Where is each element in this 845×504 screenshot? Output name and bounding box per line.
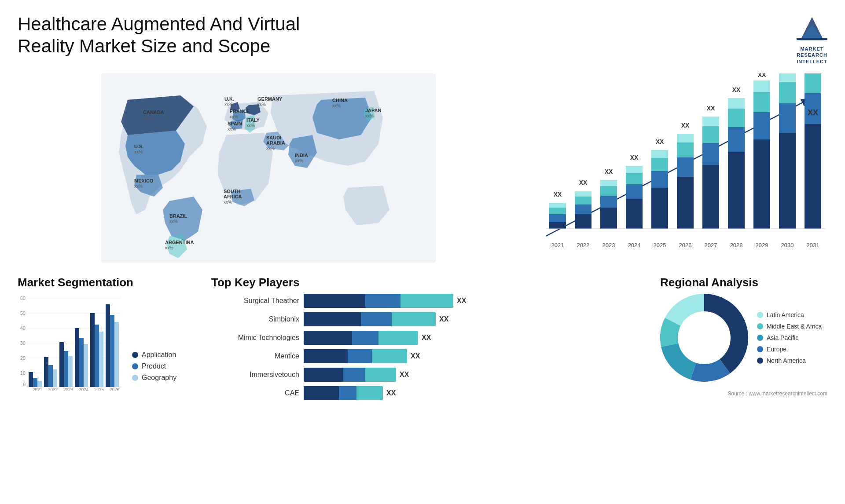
label-south-africa: SOUTH [224,189,241,194]
svg-rect-38 [702,126,719,143]
logo-icon [797,13,827,44]
bottom-section: Market Segmentation 60 50 40 30 20 10 0 [18,276,827,405]
segmentation-chart: 60 50 40 30 20 10 0 [18,294,194,391]
svg-rect-22 [626,184,643,199]
reg-label-asia-pacific: Asia Pacific [767,334,798,341]
svg-rect-44 [728,98,745,109]
val-argentina: xx% [165,245,173,250]
svg-rect-27 [651,171,668,188]
reg-legend-latin-america: Latin America [757,311,822,318]
bar-label-2029: XX [758,73,766,78]
svg-rect-51 [779,133,796,229]
header: Healthcare Augmented And Virtual Reality… [18,13,827,65]
reg-legend-middle-east: Middle East & Africa [757,323,822,330]
bar-2030: 2030 [779,73,796,248]
regional-legend: Latin America Middle East & Africa Asia … [757,311,822,364]
legend-dot-product [132,363,138,369]
svg-rect-41 [728,152,745,229]
val-france: xx% [230,114,238,119]
label-mexico: MEXICO [134,178,154,183]
label-brazil: BRAZIL [169,213,187,219]
svg-rect-18 [600,186,617,196]
player-val-5: XX [386,389,396,397]
legend-label-application: Application [142,351,176,359]
svg-text:2026: 2026 [110,387,120,391]
svg-rect-12 [575,205,592,214]
svg-rect-33 [677,142,694,157]
svg-rect-54 [779,73,796,82]
svg-text:2031: 2031 [807,242,819,248]
segmentation-legend: Application Product Geography [132,351,176,391]
svg-rect-58 [805,73,821,93]
bar-2031: 2031 XX [805,73,821,248]
player-bar-0: XX [304,294,643,308]
val-china: xx% [332,103,341,108]
bar-label-2028: XX [732,86,741,93]
svg-rect-17 [600,196,617,208]
svg-rect-34 [677,134,694,142]
bar-label-2025: XX [656,138,664,145]
map-container: CANADA xx% U.S. xx% MEXICO xx% BRAZIL xx… [18,73,519,263]
svg-text:2030: 2030 [781,242,794,248]
label-italy: ITALY [246,117,260,123]
bar-label-2021: XX [554,191,562,198]
key-players-section: Top Key Players Surgical Theather XX Si [202,276,651,405]
svg-rect-74 [33,378,37,387]
svg-text:2022: 2022 [577,242,590,248]
reg-label-north-america: North America [767,357,806,364]
player-row-3: Mentice XX [211,349,643,363]
reg-label-europe: Europe [767,346,786,353]
player-val-2: XX [422,334,431,342]
val-germany: xx% [257,102,266,107]
reg-legend-north-america: North America [757,357,822,364]
reg-legend-europe: Europe [757,346,822,353]
bar-label-2027: XX [707,105,715,112]
player-name-5: CAE [211,389,299,397]
legend-dot-application [132,352,138,358]
svg-text:20: 20 [20,355,26,361]
svg-rect-28 [651,158,668,171]
svg-text:2027: 2027 [705,242,717,248]
svg-text:2023: 2023 [63,387,73,391]
val-spain: xx% [228,127,236,131]
svg-rect-42 [728,127,745,152]
svg-rect-82 [64,351,68,387]
svg-text:50: 50 [20,310,26,316]
player-val-0: XX [457,297,466,305]
svg-text:40: 40 [20,325,26,331]
svg-rect-2 [797,38,827,40]
svg-text:30: 30 [20,340,26,346]
legend-label-product: Product [142,362,166,370]
bar-label-2031: XX [808,108,818,117]
svg-text:0: 0 [23,382,26,387]
player-val-3: XX [411,352,420,360]
val-brazil: xx% [169,219,178,224]
segmentation-title: Market Segmentation [18,276,194,289]
svg-rect-16 [600,208,617,229]
legend-application: Application [132,351,176,359]
player-name-1: Simbionix [211,315,299,323]
svg-rect-36 [702,165,719,229]
svg-text:2026: 2026 [679,242,692,248]
svg-text:2029: 2029 [756,242,768,248]
val-italy: xx% [246,123,255,128]
player-name-3: Mentice [211,352,299,360]
svg-rect-91 [99,332,103,387]
legend-dot-geography [132,375,138,381]
svg-rect-53 [779,82,796,103]
svg-rect-79 [53,369,57,387]
top-section: CANADA xx% U.S. xx% MEXICO xx% BRAZIL xx… [18,73,827,263]
player-row-5: CAE XX [211,386,643,400]
svg-rect-86 [79,338,84,387]
svg-rect-46 [753,139,770,229]
svg-rect-49 [753,80,770,92]
player-bar-1: XX [304,312,643,326]
bar-label-2026: XX [681,122,690,129]
source-text: Source : www.marketresearchintellect.com [660,391,827,397]
svg-rect-77 [44,357,48,387]
svg-rect-32 [677,157,694,177]
player-name-0: Surgical Theather [211,297,299,305]
val-us: xx% [134,150,143,154]
svg-rect-47 [753,112,770,139]
svg-rect-11 [575,214,592,229]
